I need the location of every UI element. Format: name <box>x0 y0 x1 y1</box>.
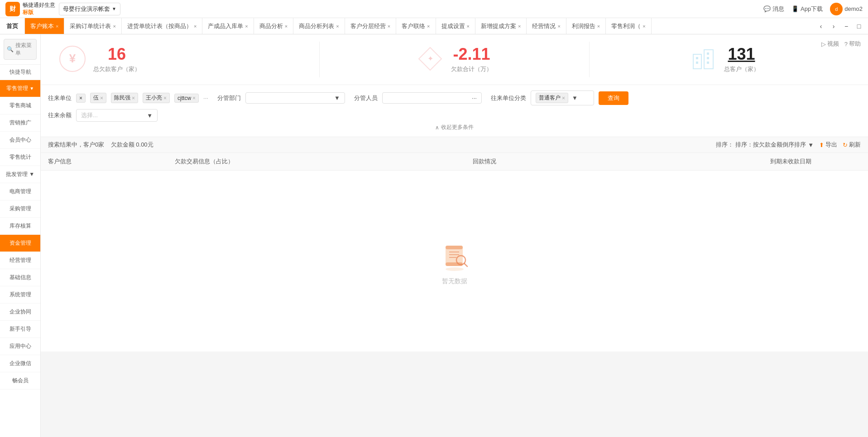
sidebar-item-new-guide[interactable]: 新手引导 <box>0 321 40 338</box>
store-selector[interactable]: 母婴行业演示帐套 ▼ <box>59 3 120 15</box>
dept-filter-select[interactable]: ▼ <box>245 92 345 104</box>
svg-rect-9 <box>707 57 709 59</box>
close-icon[interactable]: × <box>388 24 390 29</box>
sidebar-item-retail-mall[interactable]: 零售商城 <box>0 97 40 114</box>
chevron-up-icon: ∧ <box>435 124 439 131</box>
search-icon: 🔍 <box>7 46 14 52</box>
tab-customer-book[interactable]: 客户账本 × <box>25 18 64 34</box>
refresh-btn[interactable]: ↻ 刷新 <box>843 141 861 149</box>
logo-icon: 财 <box>5 2 20 16</box>
nav-left-btn[interactable]: ‹ <box>815 21 826 32</box>
filter-area: 往来单位 × 伍 × 陈民强 × 王小亮 × cjttcw <box>41 85 868 137</box>
tab-product-analysis[interactable]: 商品分析 × <box>254 18 293 34</box>
message-icon: 💬 <box>763 5 771 12</box>
close-icon[interactable]: × <box>194 24 197 29</box>
sidebar-item-retail-mgmt[interactable]: 零售管理 ▼ <box>0 80 40 97</box>
topbar-left: 财 畅捷通好生意 标版 母婴行业演示帐套 ▼ <box>5 2 120 16</box>
tab-retail-profit[interactable]: 零售利润（ × <box>606 18 651 34</box>
sidebar-item-marketing[interactable]: 营销推广 <box>0 114 40 132</box>
sidebar-item-operations[interactable]: 经营管理 <box>0 252 40 269</box>
unit-category-select[interactable]: 普通客户 × ▼ <box>531 90 594 105</box>
close-icon[interactable]: × <box>467 24 470 29</box>
remove-icon[interactable]: × <box>562 95 565 101</box>
svg-rect-7 <box>696 62 698 64</box>
empty-state-icon <box>436 237 473 273</box>
category-tag[interactable]: 普通客户 × <box>536 93 568 103</box>
svg-rect-10 <box>707 62 709 64</box>
sidebar-search-btn[interactable]: 🔍 搜索菜单 <box>4 39 37 60</box>
sidebar-item-basic-info[interactable]: 基础信息 <box>0 269 40 286</box>
stat-total-debt-customers: ¥ 16 总欠款客户（家） <box>50 42 320 77</box>
unit-filter-x-tag[interactable]: × <box>76 94 86 103</box>
remove-icon[interactable]: × <box>192 95 196 101</box>
tab-home[interactable]: 首页 <box>0 18 25 34</box>
debt-diamond-icon: ✦ <box>417 45 444 72</box>
sidebar-item-vip-member[interactable]: 畅会员 <box>0 372 40 390</box>
tab-purchase-order-stat[interactable]: 采购订单统计表 × <box>64 18 121 34</box>
unit-filter-label: 往来单位 <box>48 94 72 102</box>
app-download-btn[interactable]: 📱 App下载 <box>791 5 823 13</box>
unit-filter-wu-tag[interactable]: 伍 × <box>90 93 106 103</box>
svg-line-19 <box>464 263 467 266</box>
sidebar-item-ecommerce[interactable]: 电商管理 <box>0 183 40 200</box>
col-customer-info: 客户信息 <box>48 157 175 166</box>
export-btn[interactable]: ⬆ 导出 <box>819 141 837 149</box>
sidebar-item-member-center[interactable]: 会员中心 <box>0 132 40 149</box>
remove-icon[interactable]: × <box>132 95 135 101</box>
tab-customer-contact[interactable]: 客户联络 × <box>396 18 436 34</box>
unit-filter-cjttcw-tag[interactable]: cjttcw × <box>174 94 199 103</box>
remove-icon[interactable]: × <box>163 95 167 101</box>
sidebar-item-inventory[interactable]: 库存核算 <box>0 218 40 235</box>
table-body: 暂无数据 <box>41 171 868 352</box>
close-icon[interactable]: × <box>427 24 430 29</box>
nav-maximize-btn[interactable]: □ <box>854 21 864 32</box>
message-btn[interactable]: 💬 消息 <box>763 5 784 13</box>
tab-customer-tier[interactable]: 客户分层经营 × <box>345 18 396 34</box>
unit-filter-wang-tag[interactable]: 王小亮 × <box>143 93 170 103</box>
close-icon[interactable]: × <box>597 24 600 29</box>
remove-icon[interactable]: × <box>100 95 103 101</box>
close-icon[interactable]: × <box>643 24 645 29</box>
close-icon[interactable]: × <box>245 24 248 29</box>
total-customers-label: 总客户（家） <box>724 65 759 73</box>
sidebar-item-retail-stats[interactable]: 零售统计 <box>0 149 40 166</box>
user-profile[interactable]: d demo2 <box>830 3 863 15</box>
unit-filter-chen-tag[interactable]: 陈民强 × <box>111 93 138 103</box>
tab-promotion-settings[interactable]: 提成设置 × <box>436 18 475 34</box>
sidebar-item-system[interactable]: 系统管理 <box>0 286 40 304</box>
sidebar-item-purchase[interactable]: 采购管理 <box>0 200 40 218</box>
tab-product-analysis-list[interactable]: 商品分析列表 × <box>293 18 345 34</box>
topbar-right: 💬 消息 📱 App下载 d demo2 <box>763 3 863 15</box>
collapse-more-btn[interactable]: ∧ 收起更多条件 <box>435 124 474 131</box>
close-icon[interactable]: × <box>518 24 521 29</box>
close-icon[interactable]: × <box>56 24 58 29</box>
close-icon[interactable]: × <box>285 24 288 29</box>
person-filter-select[interactable]: ··· <box>382 92 482 104</box>
nav-right-btn[interactable]: › <box>828 21 839 32</box>
query-btn[interactable]: 查询 <box>599 91 628 105</box>
person-filter-label: 分管人员 <box>354 94 378 102</box>
sidebar-item-capital[interactable]: 资金管理 <box>0 235 40 252</box>
chevron-down-icon: ▼ <box>147 112 153 119</box>
tab-new-promotion[interactable]: 新增提成方案 × <box>475 18 527 34</box>
tab-product-inbound[interactable]: 产成品入库单 × <box>202 18 254 34</box>
chevron-down-icon: ▼ <box>572 95 578 101</box>
nav-minimize-btn[interactable]: − <box>841 21 852 32</box>
debt-total-value: -2.11 <box>451 46 492 62</box>
logo-text: 畅捷通好生意 标版 <box>23 2 55 16</box>
tab-profit-report[interactable]: 利润报告 × <box>566 18 606 34</box>
sidebar-item-enterprise-wechat[interactable]: 企业微信 <box>0 355 40 372</box>
expand-icon: ··· <box>472 95 477 101</box>
sidebar-item-app-center[interactable]: 应用中心 <box>0 338 40 355</box>
close-icon[interactable]: × <box>336 24 339 29</box>
sort-select[interactable]: 排序： 排序：按欠款金额倒序排序 ▼ <box>716 141 814 149</box>
filter-more-btn[interactable]: ··· <box>203 95 208 101</box>
sidebar-item-wholesale-mgmt[interactable]: 批发管理 ▼ <box>0 166 40 183</box>
sidebar-quick-nav[interactable]: 快捷导航 <box>0 65 40 80</box>
sidebar-item-enterprise-collab[interactable]: 企业协同 <box>0 304 40 321</box>
close-icon[interactable]: × <box>557 24 560 29</box>
close-icon[interactable]: × <box>113 24 115 29</box>
tab-inbound-stat[interactable]: 进货单统计表（按商品） × <box>122 18 202 34</box>
tab-business-status[interactable]: 经营情况 × <box>527 18 566 34</box>
balance-filter-select[interactable]: 选择... ▼ <box>76 109 158 122</box>
